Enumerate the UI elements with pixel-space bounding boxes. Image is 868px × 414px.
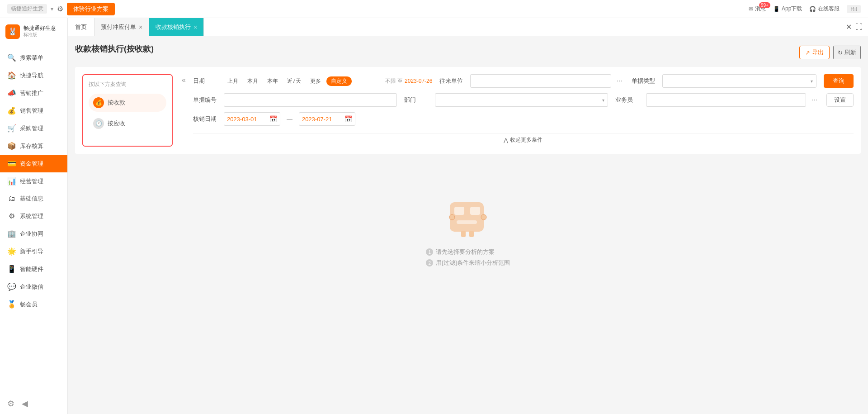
online-service-btn[interactable]: 🎧 在线客服 — [809, 5, 840, 13]
maximize-icon[interactable]: ⛶ — [855, 23, 863, 31]
counterparty-dots-btn[interactable]: ··· — [615, 77, 624, 85]
tab-collection-writeoff-label: 收款核销执行 — [156, 23, 191, 31]
sidebar-item-label: 企业协同 — [20, 230, 43, 238]
industry-btn[interactable]: 体验行业方案 — [67, 3, 115, 15]
finance-icon: 💳 — [7, 159, 16, 168]
logo-sub: 标准版 — [24, 32, 56, 38]
sidebar-logo: 🐰 畅捷通好生意 标准版 — [0, 18, 67, 45]
filter-option-by-collection-label: 按收款 — [108, 99, 125, 107]
filter-option-by-receivable[interactable]: 🕐 按应收 — [89, 114, 166, 133]
filter-option-by-collection[interactable]: 💰 按收款 — [89, 94, 166, 112]
sidebar-item-hardware[interactable]: 📱 智能硬件 — [0, 260, 67, 278]
sidebar-item-sales[interactable]: 💰 销售管理 — [0, 102, 67, 119]
sidebar-item-operation[interactable]: 📊 经营管理 — [0, 172, 67, 190]
user-profile[interactable]: Rit — [847, 5, 861, 13]
close-tab-icon[interactable]: ✕ — [846, 23, 852, 31]
filter-row-3: 核销日期 📅 — 📅 — [193, 112, 854, 126]
tab-prepay-close[interactable]: × — [139, 24, 142, 31]
staff-dots-btn[interactable]: ··· — [810, 96, 819, 104]
page-content: 收款核销执行(按收款) ↗ 导出 ↻ 刷新 按以下方案查询 — [68, 36, 868, 414]
date-btn-custom[interactable]: 自定义 — [326, 76, 352, 86]
tab-collection-writeoff-close[interactable]: × — [193, 24, 197, 31]
doc-no-input[interactable] — [224, 93, 397, 107]
page-title: 收款核销执行(按收款) — [75, 43, 154, 54]
message-btn[interactable]: ✉ 消息 99+ — [749, 5, 766, 13]
system-icon: ⚙ — [7, 212, 16, 220]
tab-actions: ✕ ⛶ — [840, 18, 868, 36]
sidebar-item-member[interactable]: 🏅 畅会员 — [0, 295, 67, 313]
sidebar-item-label: 经营管理 — [20, 177, 43, 186]
sidebar-item-purchase[interactable]: 🛒 采购管理 — [0, 119, 67, 137]
date-btn-last-month[interactable]: 上月 — [224, 76, 242, 86]
settings-button[interactable]: 设置 — [826, 93, 854, 107]
message-icon: ✉ — [749, 6, 753, 12]
sidebar-item-enterprise[interactable]: 🏢 企业协同 — [0, 225, 67, 243]
sidebar-item-quick-nav[interactable]: 🏠 快捷导航 — [0, 67, 67, 84]
doc-type-input[interactable] — [662, 74, 816, 88]
sidebar-item-search[interactable]: 🔍 搜索菜单 — [0, 49, 67, 67]
dept-input[interactable] — [435, 93, 608, 107]
date-btn-this-month[interactable]: 本月 — [244, 76, 262, 86]
doc-type-label: 单据类型 — [632, 77, 659, 85]
sidebar-item-inventory[interactable]: 📦 库存核算 — [0, 137, 67, 155]
wechat-icon: 💬 — [7, 282, 16, 291]
svg-rect-6 — [461, 231, 466, 237]
chevron-down-icon: ▾ — [51, 6, 53, 12]
sidebar-item-finance[interactable]: 💳 资金管理 — [0, 155, 67, 172]
tab-home[interactable]: 首页 — [68, 18, 94, 36]
hint-num-2: 2 — [426, 259, 433, 266]
counterparty-input[interactable] — [470, 74, 611, 88]
search-icon: 🔍 — [7, 53, 16, 62]
collapse-more-btn[interactable]: ⋀ 收起更多条件 — [193, 133, 854, 147]
writeoff-date-label: 核销日期 — [193, 115, 220, 123]
operation-icon: 📊 — [7, 177, 16, 186]
export-button[interactable]: ↗ 导出 — [799, 46, 830, 59]
settings-icon[interactable]: ⚙ — [7, 399, 14, 409]
filter-staff-field: 业务员 ··· — [615, 93, 819, 107]
member-icon: 🏅 — [7, 300, 16, 309]
query-button[interactable]: 查询 — [824, 74, 854, 88]
filter-form: 日期 上月 本月 本年 近7天 更多 自定义 不限 至 — [193, 74, 854, 147]
staff-input[interactable] — [646, 93, 806, 107]
calendar-start-icon[interactable]: 📅 — [269, 115, 277, 123]
filter-doc-type-field: 单据类型 ▾ — [632, 74, 816, 88]
sidebar-item-label: 采购管理 — [20, 124, 43, 133]
doc-no-label: 单据编号 — [193, 96, 220, 104]
sidebar-item-label: 系统管理 — [20, 212, 43, 220]
gear-icon[interactable]: ⚙ — [57, 5, 63, 13]
date-btn-more[interactable]: 更多 — [307, 76, 325, 86]
collapse-sidebar-icon[interactable]: ◀ — [22, 399, 28, 409]
app-download-btn[interactable]: 📱 App下载 — [773, 5, 802, 13]
svg-point-5 — [481, 214, 486, 220]
sidebar-item-wechat[interactable]: 💬 企业微信 — [0, 278, 67, 295]
collapse-more-label: 收起更多条件 — [510, 136, 542, 144]
refresh-button[interactable]: ↻ 刷新 — [833, 46, 861, 59]
sidebar-item-marketing[interactable]: 📣 营销推广 — [0, 84, 67, 102]
tab-prepay[interactable]: 预付冲应付单 × — [94, 18, 149, 36]
date-btn-this-year[interactable]: 本年 — [264, 76, 282, 86]
filter-collapse-btn[interactable]: « — [180, 74, 188, 147]
tab-collection-writeoff[interactable]: 收款核销执行 × — [149, 18, 204, 36]
writeoff-date-end-input[interactable] — [302, 116, 343, 123]
sidebar-item-label: 畅会员 — [20, 300, 38, 309]
writeoff-date-start-input[interactable] — [227, 116, 268, 123]
filter-sidebar: 按以下方案查询 💰 按收款 🕐 按应收 — [82, 74, 173, 147]
sidebar-item-guide[interactable]: 🌟 新手引导 — [0, 243, 67, 260]
message-badge: 99+ — [759, 2, 770, 8]
hint-text-2: 用[过滤]条件来缩小分析范围 — [436, 259, 509, 267]
filter-date-field: 日期 上月 本月 本年 近7天 更多 自定义 — [193, 76, 378, 86]
marketing-icon: 📣 — [7, 89, 16, 97]
date-btn-7days[interactable]: 近7天 — [283, 76, 305, 86]
filter-writeoff-date-field: 核销日期 📅 — 📅 — [193, 112, 854, 126]
refresh-icon: ↻ — [838, 49, 843, 56]
page-header: 收款核销执行(按收款) ↗ 导出 ↻ 刷新 — [75, 43, 861, 62]
calendar-end-icon[interactable]: 📅 — [344, 115, 352, 123]
main-layout: 🐰 畅捷通好生意 标准版 🔍 搜索菜单 🏠 快捷导航 📣 营销推广 💰 销售管理 — [0, 18, 868, 414]
receivable-icon: 🕐 — [93, 118, 104, 129]
filter-sidebar-title: 按以下方案查询 — [89, 81, 166, 88]
sidebar-item-label: 资金管理 — [20, 160, 43, 168]
sidebar-item-basic[interactable]: 🗂 基础信息 — [0, 190, 67, 207]
topbar-brand: 畅捷通好生意 — [7, 4, 47, 14]
sidebar-item-system[interactable]: ⚙ 系统管理 — [0, 207, 67, 225]
counterparty-label: 往来单位 — [439, 77, 467, 85]
